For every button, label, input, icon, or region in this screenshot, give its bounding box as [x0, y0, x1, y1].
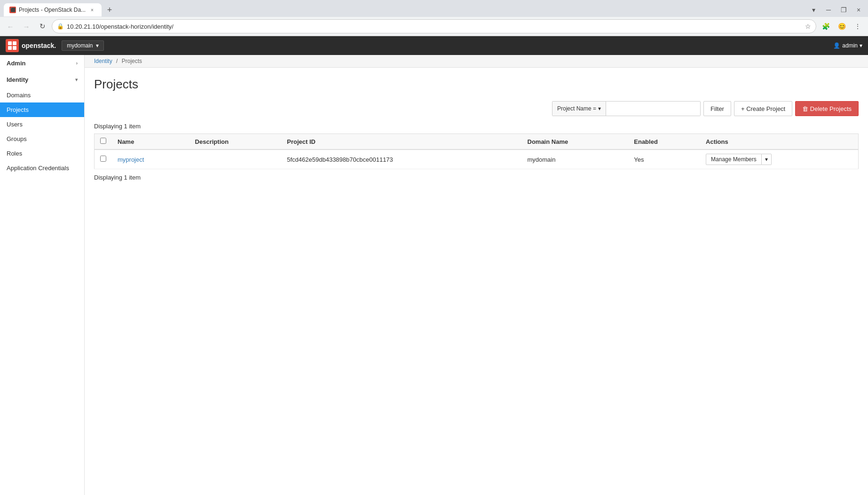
row-name-cell[interactable]: myproject [112, 149, 189, 169]
row-project-id-cell: 5fcd462e59db433898b70cbce0011173 [281, 149, 521, 169]
sidebar-item-projects[interactable]: Projects [0, 102, 84, 117]
tab-list-button[interactable]: ▾ [808, 4, 819, 16]
browser-toolbar: ← → ↻ 🔒 10.20.21.10/openstack-horizon/id… [0, 17, 868, 36]
user-arrow-icon: ▾ [860, 42, 862, 49]
security-icon: 🔒 [57, 23, 64, 30]
sidebar-item-domains[interactable]: Domains [0, 88, 84, 102]
delete-projects-button[interactable]: 🗑 Delete Projects [795, 101, 859, 116]
groups-label: Groups [7, 135, 27, 142]
tab-favicon: ⬛ [9, 7, 16, 13]
projects-label: Projects [7, 106, 29, 113]
identity-label: Identity [7, 76, 28, 83]
tab-close-button[interactable]: × [88, 6, 96, 14]
table-header-name: Name [112, 134, 189, 150]
browser-tab-active[interactable]: ⬛ Projects - OpenStack Da... × [4, 3, 102, 16]
content-area: Identity / Projects Projects Project Nam… [85, 55, 868, 495]
table-header-enabled: Enabled [628, 134, 700, 150]
domain-label: mydomain [67, 42, 93, 49]
openstack-logo: openstack. [6, 39, 56, 52]
refresh-button[interactable]: ↻ [36, 20, 49, 33]
domains-label: Domains [7, 92, 31, 99]
table-header-domain-name: Domain Name [522, 134, 629, 150]
table-toolbar: Project Name = ▾ Filter + Create Project… [94, 101, 859, 116]
filter-dropdown-arrow-icon: ▾ [598, 105, 601, 112]
table-header-description: Description [189, 134, 282, 150]
breadcrumb-separator: / [116, 58, 118, 64]
new-tab-button[interactable]: + [103, 4, 116, 16]
svg-rect-3 [13, 46, 16, 50]
row-actions-cell[interactable]: Manage Members ▾ [700, 149, 858, 169]
manage-members-button[interactable]: Manage Members [706, 154, 762, 165]
roles-label: Roles [7, 150, 22, 157]
sidebar-item-groups[interactable]: Groups [0, 132, 84, 146]
openstack-logo-icon [6, 39, 19, 52]
content-main: Projects Project Name = ▾ Filter + Creat… [85, 68, 868, 194]
breadcrumb-identity-link[interactable]: Identity [94, 58, 112, 64]
top-navbar: openstack. mydomain ▾ 👤 admin ▾ [0, 36, 868, 55]
row-checkbox-cell[interactable] [95, 149, 112, 169]
action-group: Manage Members ▾ [706, 154, 852, 165]
row-description-cell [189, 149, 282, 169]
row-enabled-cell: Yes [628, 149, 700, 169]
breadcrumb: Identity / Projects [85, 55, 868, 68]
table-header-actions: Actions [700, 134, 858, 150]
menu-button[interactable]: ⋮ [851, 20, 864, 33]
profile-button[interactable]: 😊 [835, 20, 848, 33]
domain-arrow-icon: ▾ [96, 42, 99, 49]
table-row: myproject 5fcd462e59db433898b70cbce00111… [95, 149, 859, 169]
browser-chrome: ⬛ Projects - OpenStack Da... × + ▾ ─ ❐ ×… [0, 0, 868, 36]
sidebar-item-application-credentials[interactable]: Application Credentials [0, 161, 84, 175]
table-header-row: Name Description Project ID Domain Name … [95, 134, 859, 150]
sidebar-item-identity[interactable]: Identity ▾ [0, 71, 84, 88]
create-project-button[interactable]: + Create Project [734, 101, 792, 116]
address-url: 10.20.21.10/openstack-horizon/identity/ [67, 23, 802, 30]
row-checkbox[interactable] [100, 156, 106, 162]
extensions-button[interactable]: 🧩 [819, 20, 832, 33]
minimize-button[interactable]: ─ [823, 4, 834, 16]
sidebar-item-roles[interactable]: Roles [0, 146, 84, 161]
address-bar[interactable]: 🔒 10.20.21.10/openstack-horizon/identity… [52, 19, 816, 33]
action-dropdown-button[interactable]: ▾ [762, 154, 772, 165]
table-header-checkbox[interactable] [95, 134, 112, 150]
navbar-right: 👤 admin ▾ [833, 42, 862, 49]
breadcrumb-current: Projects [122, 58, 142, 64]
main-layout: Admin › Identity ▾ Domains Projects User… [0, 55, 868, 495]
row-domain-name: mydomain [528, 156, 556, 163]
select-all-checkbox[interactable] [100, 138, 106, 144]
admin-label: Admin [7, 60, 25, 67]
filter-button[interactable]: Filter [703, 101, 731, 116]
application-credentials-label: Application Credentials [7, 165, 69, 172]
project-name-link[interactable]: myproject [118, 156, 144, 163]
displaying-count-top: Displaying 1 item [94, 123, 859, 130]
sidebar-item-admin[interactable]: Admin › [0, 55, 84, 71]
window-controls: ▾ ─ ❐ × [808, 4, 864, 16]
restore-button[interactable]: ❐ [838, 4, 849, 16]
svg-rect-1 [13, 41, 16, 45]
close-window-button[interactable]: × [853, 4, 864, 16]
domain-selector[interactable]: mydomain ▾ [62, 40, 103, 51]
sidebar-item-users[interactable]: Users [0, 117, 84, 132]
tab-bar: ⬛ Projects - OpenStack Da... × + ▾ ─ ❐ × [0, 0, 868, 17]
page-title: Projects [94, 77, 859, 92]
filter-dropdown[interactable]: Project Name = ▾ [552, 101, 701, 116]
row-domain-name-cell: mydomain [522, 149, 629, 169]
bookmark-icon[interactable]: ☆ [805, 23, 811, 30]
forward-button[interactable]: → [20, 20, 33, 33]
user-menu[interactable]: 👤 admin ▾ [833, 42, 862, 49]
user-icon: 👤 [833, 42, 840, 49]
row-project-id: 5fcd462e59db433898b70cbce0011173 [287, 156, 393, 163]
identity-chevron-icon: ▾ [75, 77, 78, 82]
svg-rect-2 [8, 46, 12, 50]
app-container: openstack. mydomain ▾ 👤 admin ▾ Admin › … [0, 36, 868, 495]
tab-title: Projects - OpenStack Da... [19, 7, 86, 13]
openstack-logo-text: openstack. [22, 42, 56, 49]
svg-rect-0 [8, 41, 12, 45]
openstack-logo-svg [7, 40, 17, 51]
user-label: admin [842, 42, 858, 49]
row-enabled: Yes [634, 156, 644, 163]
displaying-count-bottom: Displaying 1 item [94, 174, 859, 181]
back-button[interactable]: ← [4, 20, 17, 33]
filter-input[interactable] [606, 102, 700, 116]
filter-dropdown-button[interactable]: Project Name = ▾ [552, 102, 606, 116]
filter-label: Project Name = [557, 105, 596, 112]
